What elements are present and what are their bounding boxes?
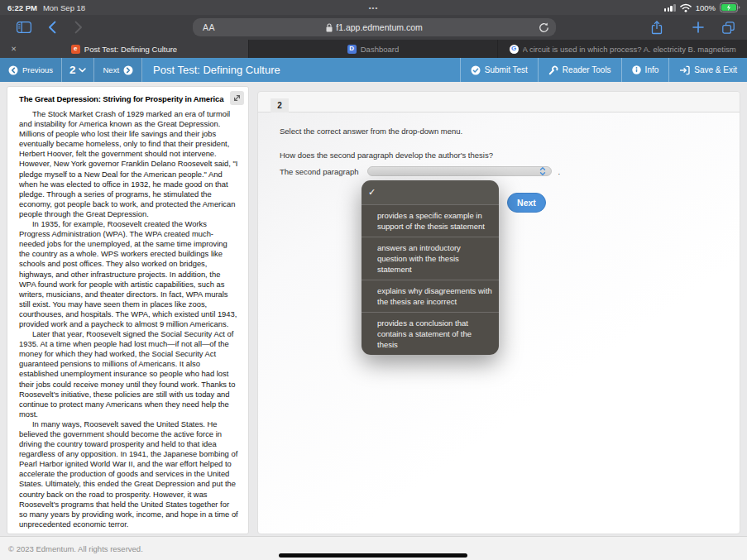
wifi-icon xyxy=(680,3,692,12)
more-dots-icon: ••• xyxy=(0,4,747,12)
next-button[interactable]: Next xyxy=(507,193,546,213)
close-tab-icon[interactable]: ✕ xyxy=(11,40,17,58)
select-chevrons-icon xyxy=(539,166,546,176)
tab-label: Post Test: Defining Culture xyxy=(84,45,177,54)
edmentum-favicon-icon: e xyxy=(71,45,80,54)
address-bar[interactable]: AA f1.app.edmentum.com xyxy=(193,18,556,36)
next-circle-icon xyxy=(123,65,133,75)
answer-dropdown[interactable] xyxy=(367,166,552,176)
google-favicon-icon: G xyxy=(510,45,519,54)
dropdown-option-blank[interactable]: ✓ xyxy=(362,180,499,204)
answer-row: The second paragraph . xyxy=(280,165,560,178)
next-question-button[interactable]: Next xyxy=(94,58,142,82)
tab-post-test[interactable]: ✕ e Post Test: Defining Culture xyxy=(0,40,249,58)
passage-paragraph: The Stock Market Crash of 1929 marked an… xyxy=(19,109,239,219)
previous-question-button[interactable]: Previous xyxy=(0,58,62,82)
reload-icon[interactable] xyxy=(539,18,549,36)
question-prompt: How does the second paragraph develop th… xyxy=(280,151,493,160)
info-button[interactable]: Info xyxy=(621,58,669,82)
question-number-dropdown[interactable]: 2 xyxy=(62,58,95,82)
tab-overview-icon[interactable] xyxy=(717,15,739,40)
check-circle-icon xyxy=(471,65,481,75)
battery-percent: 100% xyxy=(696,3,716,12)
save-exit-icon xyxy=(679,65,690,75)
reader-tools-label: Reader Tools xyxy=(563,65,611,74)
lock-icon xyxy=(326,23,333,32)
question-number: 2 xyxy=(69,64,76,76)
url-text: f1.app.edmentum.com xyxy=(336,22,422,32)
tab-label: Dashboard xyxy=(361,45,399,54)
wrench-icon xyxy=(548,65,558,75)
cellular-signal-icon xyxy=(664,4,676,12)
next-label: Next xyxy=(103,65,119,74)
passage-paragraph: In many ways, Roosevelt saved the United… xyxy=(19,419,239,529)
previous-circle-icon xyxy=(8,65,18,75)
new-tab-icon[interactable] xyxy=(687,15,709,40)
tab-dashboard[interactable]: D Dashboard xyxy=(249,40,498,58)
test-title: Post Test: Defining Culture xyxy=(153,64,280,76)
passage-title: The Great Depression: Striving for Prosp… xyxy=(19,94,239,103)
dropdown-option[interactable]: answers an introductory question with th… xyxy=(362,237,499,280)
checkmark-icon: ✓ xyxy=(368,187,376,198)
dropdown-option[interactable]: provides a specific example in support o… xyxy=(362,204,499,237)
question-panel: 2 Select the correct answer from the dro… xyxy=(257,91,740,534)
passage-paragraph: Later that year, Roosevelt signed the So… xyxy=(19,329,239,419)
battery-charging-icon xyxy=(720,2,740,12)
back-icon[interactable] xyxy=(43,15,61,40)
dropdown-option[interactable]: provides a conclusion that contains a st… xyxy=(362,312,499,355)
chevron-down-icon xyxy=(79,68,86,73)
passage-body: The Stock Market Crash of 1929 marked an… xyxy=(19,109,239,529)
passage-paragraph: In 1935, for example, Roosevelt created … xyxy=(19,219,239,329)
question-header xyxy=(258,92,740,112)
browser-toolbar: AA f1.app.edmentum.com xyxy=(0,15,747,40)
tab-bar: ✕ e Post Test: Defining Culture D Dashbo… xyxy=(0,40,747,58)
copyright-text: © 2023 Edmentum. All rights reserved. xyxy=(8,544,143,553)
dropdown-popover: ✓ provides a specific example in support… xyxy=(362,180,499,355)
share-icon[interactable] xyxy=(646,15,668,40)
answer-prefix: The second paragraph xyxy=(280,167,359,176)
submit-test-button[interactable]: Submit Test xyxy=(460,58,538,82)
expand-icon xyxy=(232,93,242,103)
dashboard-favicon-icon: D xyxy=(347,45,357,54)
question-number-tab[interactable]: 2 xyxy=(271,98,289,112)
passage-panel[interactable]: The Great Depression: Striving for Prosp… xyxy=(7,86,249,534)
previous-label: Previous xyxy=(22,65,53,74)
forward-icon[interactable] xyxy=(69,15,88,40)
info-label: Info xyxy=(645,65,659,74)
save-exit-label: Save & Exit xyxy=(694,65,737,74)
dropdown-option[interactable]: explains why disagreements with the thes… xyxy=(362,280,499,312)
question-instruction: Select the correct answer from the drop-… xyxy=(280,127,462,136)
submit-test-label: Submit Test xyxy=(485,65,528,74)
tab-search-result[interactable]: G A circuit is used in which process? A.… xyxy=(498,40,747,58)
answer-suffix: . xyxy=(558,167,561,176)
status-bar: 6:22 PM Mon Sep 18 ••• 100% xyxy=(0,0,747,15)
sidebar-icon[interactable] xyxy=(13,15,35,40)
test-nav-bar: Previous 2 Next Post Test: Defining Cult… xyxy=(0,58,747,82)
reader-tools-button[interactable]: Reader Tools xyxy=(538,58,621,82)
home-indicator[interactable] xyxy=(279,553,467,558)
tab-label: A circuit is used in which process? A. e… xyxy=(523,45,736,54)
expand-passage-button[interactable] xyxy=(230,91,244,105)
save-exit-button[interactable]: Save & Exit xyxy=(668,58,747,82)
info-circle-icon xyxy=(632,65,641,74)
